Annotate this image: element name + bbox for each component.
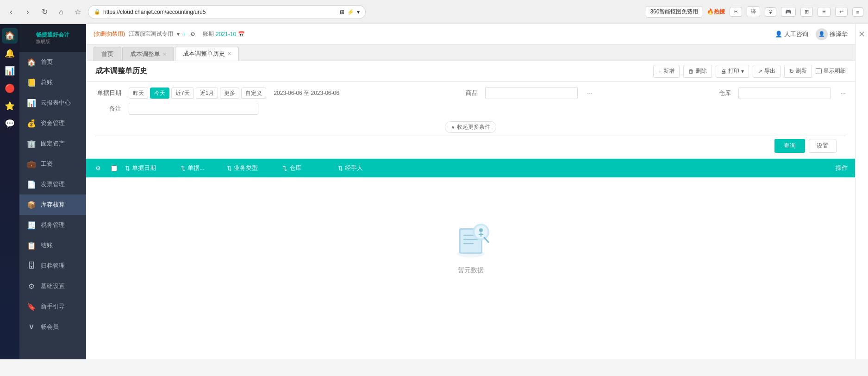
refresh-btn[interactable]: ↻ 刷新 xyxy=(784,65,812,78)
ssl-lock-icon: 🔒 xyxy=(94,9,100,15)
account-name-text[interactable]: 江西服宝测试专用 xyxy=(129,30,173,38)
sidebar-item-salary[interactable]: 💼 工资 xyxy=(19,154,86,174)
basic-icon: ⚙ xyxy=(27,282,36,291)
iconbar-msg[interactable]: 💬 xyxy=(2,116,18,132)
tab-cost-history[interactable]: 成本调整单历史 × xyxy=(175,47,239,61)
goods-filter-input[interactable] xyxy=(485,87,578,99)
close-page-btn[interactable]: ✕ xyxy=(856,28,868,41)
note-filter-input[interactable] xyxy=(129,103,258,115)
warehouse-dots[interactable]: ··· xyxy=(840,89,846,97)
back-button[interactable]: ‹ xyxy=(5,6,18,19)
consult-btn[interactable]: 👤 人工咨询 xyxy=(775,30,808,38)
sidebar-item-inventory[interactable]: 📦 库存核算 xyxy=(19,194,86,215)
right-panel: ✕ xyxy=(855,24,868,359)
sidebar-item-guide-label: 新手引导 xyxy=(41,302,65,311)
tab-cost-adjust[interactable]: 成本调整单 × xyxy=(122,47,174,61)
query-btn[interactable]: 查询 xyxy=(774,139,805,153)
th-handler[interactable]: ⇅ 经手人 xyxy=(334,164,390,172)
sidebar-item-tax[interactable]: 🧾 税务管理 xyxy=(19,215,86,235)
back-history-tool[interactable]: ↩ xyxy=(835,7,848,17)
game-tool[interactable]: 🎮 xyxy=(781,7,796,17)
forward-button[interactable]: › xyxy=(21,6,34,19)
sidebar-item-reports-label: 云报表中心 xyxy=(41,99,71,107)
th-biz-label: 业务类型 xyxy=(234,164,258,172)
custom-btn[interactable]: 自定义 xyxy=(241,88,266,99)
account-dropdown-icon[interactable]: ▾ xyxy=(177,31,180,38)
display-toggle[interactable]: 显示明细 xyxy=(816,67,846,75)
table-header: ⚙ ⇅ 单据日期 ⇅ 单据... ⇅ 业务类型 xyxy=(86,159,855,177)
sidebar-item-closing[interactable]: 📋 结账 xyxy=(19,235,86,256)
sidebar-item-guide[interactable]: 🔖 新手引导 xyxy=(19,296,86,317)
sidebar-item-invoice[interactable]: 📄 发票管理 xyxy=(19,174,86,194)
cut-tool[interactable]: ✂ xyxy=(730,7,742,17)
select-all-checkbox[interactable] xyxy=(111,165,117,171)
delete-btn[interactable]: 🗑 删除 xyxy=(683,65,712,78)
tab-cost-history-label: 成本调整单历史 xyxy=(183,50,225,58)
tab-cost-adjust-close[interactable]: × xyxy=(163,51,166,57)
sort-icon-voucher: ⇅ xyxy=(181,165,186,172)
iconbar-chart[interactable]: 📊 xyxy=(2,63,18,79)
sidebar-item-archive[interactable]: 🗄 归档管理 xyxy=(19,256,86,276)
refresh-label: 刷新 xyxy=(796,67,807,75)
period-value[interactable]: 2021-10 xyxy=(216,31,236,38)
home-button[interactable]: ⌂ xyxy=(55,6,68,19)
currency-tool[interactable]: ¥ xyxy=(765,7,776,17)
empty-text: 暂元数据 xyxy=(458,266,484,275)
new-btn[interactable]: + 新增 xyxy=(653,65,680,78)
member-icon: V xyxy=(27,323,36,331)
tab-cost-history-close[interactable]: × xyxy=(228,50,231,57)
display-toggle-checkbox[interactable] xyxy=(816,68,822,74)
filter-settings-btn[interactable]: 设置 xyxy=(809,139,837,153)
iconbar-star[interactable]: ⭐ xyxy=(2,98,18,114)
th-warehouse-label: 仓库 xyxy=(289,164,301,172)
refresh-button[interactable]: ↻ xyxy=(38,6,51,19)
iconbar-alert[interactable]: 🔴 xyxy=(2,81,18,96)
iconbar-home[interactable]: 🏠 xyxy=(2,28,18,44)
search-box[interactable]: 360智能抠图免费用 xyxy=(646,6,702,18)
sidebar-item-funds[interactable]: 💰 资金管理 xyxy=(19,113,86,133)
inventory-icon: 📦 xyxy=(27,201,36,209)
yesterday-btn[interactable]: 昨天 xyxy=(129,88,148,99)
export-btn[interactable]: ↗ 导出 xyxy=(753,65,781,78)
account-settings-icon[interactable]: ⚙ xyxy=(190,31,195,38)
grid-tool[interactable]: ⊞ xyxy=(800,7,813,17)
app-header: (勿删勿禁用) 江西服宝测试专用 ▾ + ⚙ 账期 2021-10 📅 👤 人工… xyxy=(86,24,855,44)
more-btn[interactable]: 更多 xyxy=(220,88,239,99)
today-btn[interactable]: 今天 xyxy=(150,88,169,99)
translate-tool[interactable]: 译 xyxy=(747,6,760,17)
sidebar-item-inventory-label: 库存核算 xyxy=(41,201,65,209)
address-bar[interactable]: 🔒 https://cloud.chanjet.com/accounting/u… xyxy=(88,5,366,19)
hot-search-badge[interactable]: 🔥热搜 xyxy=(707,8,725,16)
sidebar-item-home[interactable]: 🏠 首页 xyxy=(19,52,86,72)
date-range-separator: 至 xyxy=(304,90,311,96)
sidebar-item-assets[interactable]: 🏢 固定资产 xyxy=(19,133,86,154)
goods-dots[interactable]: ··· xyxy=(587,89,593,97)
tab-home[interactable]: 首页 xyxy=(94,47,121,61)
sidebar-item-ledger[interactable]: 📒 总账 xyxy=(19,72,86,93)
brightness-tool[interactable]: ☀ xyxy=(818,7,831,17)
warehouse-filter-input[interactable] xyxy=(738,87,831,99)
th-date[interactable]: ⇅ 单据日期 xyxy=(121,164,177,172)
star-button[interactable]: ☆ xyxy=(71,6,84,19)
sidebar-item-member[interactable]: V 畅会员 xyxy=(19,317,86,337)
closing-icon: 📋 xyxy=(27,241,36,250)
print-btn[interactable]: 🖨 打印 ▾ xyxy=(716,65,749,78)
table-gear-btn[interactable]: ⚙ xyxy=(90,165,106,172)
sidebar-item-basic[interactable]: ⚙ 基础设置 xyxy=(19,276,86,296)
th-warehouse[interactable]: ⇅ 仓库 xyxy=(279,164,334,172)
date-filter-label: 单据日期 xyxy=(95,89,121,97)
goods-filter-label: 商品 xyxy=(452,89,478,97)
add-account-btn[interactable]: + xyxy=(183,31,187,38)
7days-btn[interactable]: 近7天 xyxy=(171,88,194,99)
collapse-btn[interactable]: ∧ 收起更多条件 xyxy=(445,121,496,133)
th-voucher[interactable]: ⇅ 单据... xyxy=(177,164,223,172)
table-select-all[interactable] xyxy=(106,165,121,171)
user-profile-btn[interactable]: 👤 徐泽华 xyxy=(816,28,848,40)
print-icon: 🖨 xyxy=(721,68,726,75)
iconbar-bell[interactable]: 🔔 xyxy=(2,45,18,61)
sidebar-item-reports[interactable]: 📊 云报表中心 xyxy=(19,93,86,113)
th-biz-type[interactable]: ⇅ 业务类型 xyxy=(223,164,279,172)
1month-btn[interactable]: 近1月 xyxy=(196,88,219,99)
calendar-icon[interactable]: 📅 xyxy=(238,31,245,38)
menu-tool[interactable]: ≡ xyxy=(852,7,863,17)
